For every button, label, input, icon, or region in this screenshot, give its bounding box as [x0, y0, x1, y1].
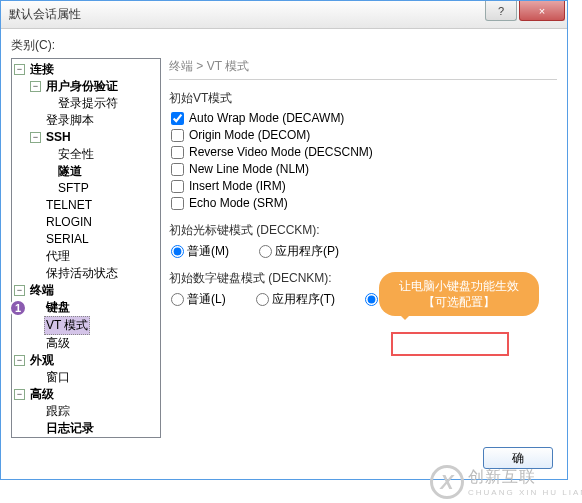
chk-om[interactable]	[171, 129, 184, 142]
chk-irm[interactable]	[171, 180, 184, 193]
tree-toggle[interactable]: −	[30, 81, 41, 92]
tree-kbd[interactable]: 键盘	[44, 299, 72, 316]
tree-rlogin[interactable]: RLOGIN	[44, 214, 94, 231]
section-initvt: 初始VT模式	[169, 90, 557, 107]
section-cursor: 初始光标键模式 (DECCKM):	[169, 222, 557, 239]
window-title: 默认会话属性	[9, 6, 485, 23]
tree-toggle[interactable]: −	[14, 285, 25, 296]
highlight-rect	[391, 332, 509, 356]
tree-prompt[interactable]: 登录提示符	[56, 95, 120, 112]
lbl-rvm: Reverse Video Mode (DECSCNM)	[189, 145, 373, 159]
lbl-echo: Echo Mode (SRM)	[189, 196, 288, 210]
category-tree[interactable]: −连接 −用户身份验证 登录提示符 登录脚本 −SSH 安全性 隧道 SFTP	[11, 58, 161, 438]
tree-proxy[interactable]: 代理	[44, 248, 72, 265]
lbl-nlm: New Line Mode (NLM)	[189, 162, 309, 176]
tree-serial[interactable]: SERIAL	[44, 231, 91, 248]
chk-rvm[interactable]	[171, 146, 184, 159]
tree-sec[interactable]: 安全性	[56, 146, 96, 163]
settings-panel: 终端 > VT 模式 初始VT模式 Auto Wrap Mode (DECAWM…	[169, 58, 557, 438]
breadcrumb: 终端 > VT 模式	[169, 58, 557, 75]
tree-connection[interactable]: 连接	[28, 61, 56, 78]
radio-cursor-normal[interactable]	[171, 245, 184, 258]
close-button[interactable]: ×	[519, 1, 565, 21]
chk-echo[interactable]	[171, 197, 184, 210]
chk-nlm[interactable]	[171, 163, 184, 176]
tree-file[interactable]: 文件传输	[28, 437, 80, 438]
lbl-irm: Insert Mode (IRM)	[189, 179, 286, 193]
tree-ssh[interactable]: SSH	[44, 129, 73, 146]
tree-log[interactable]: 日志记录	[44, 420, 96, 437]
title-bar: 默认会话属性 ? ×	[1, 1, 567, 29]
tree-adv[interactable]: 高级	[44, 335, 72, 352]
category-label: 类别(C):	[11, 37, 557, 54]
lbl-awm: Auto Wrap Mode (DECAWM)	[189, 111, 344, 125]
tree-terminal[interactable]: 终端	[28, 282, 56, 299]
radio-cursor-app[interactable]	[259, 245, 272, 258]
tree-sftp[interactable]: SFTP	[56, 180, 91, 197]
tree-toggle[interactable]: −	[30, 132, 41, 143]
tree-vt-mode[interactable]: VT 模式	[44, 316, 90, 335]
tree-appearance[interactable]: 外观	[28, 352, 56, 369]
tree-telnet[interactable]: TELNET	[44, 197, 94, 214]
lbl-om: Origin Mode (DECOM)	[189, 128, 310, 142]
watermark: X 创新互联 CHUANG XIN HU LIAN	[430, 465, 582, 499]
tree-adv2[interactable]: 高级	[28, 386, 56, 403]
tree-toggle[interactable]: −	[14, 64, 25, 75]
callout-bubble: 让电脑小键盘功能生效 【可选配置】	[379, 272, 539, 316]
tree-script[interactable]: 登录脚本	[44, 112, 96, 129]
tree-trace[interactable]: 跟踪	[44, 403, 72, 420]
callout-marker-1: 1	[9, 299, 27, 317]
tree-window[interactable]: 窗口	[44, 369, 72, 386]
chk-awm[interactable]	[171, 112, 184, 125]
tree-toggle[interactable]: −	[14, 355, 25, 366]
radio-numpad-normal[interactable]	[171, 293, 184, 306]
radio-numpad-setnormal[interactable]	[365, 293, 378, 306]
tree-keep[interactable]: 保持活动状态	[44, 265, 120, 282]
help-button[interactable]: ?	[485, 1, 517, 21]
tree-tunnel[interactable]: 隧道	[56, 163, 84, 180]
tree-toggle[interactable]: −	[14, 389, 25, 400]
tree-auth[interactable]: 用户身份验证	[44, 78, 120, 95]
radio-numpad-app[interactable]	[256, 293, 269, 306]
